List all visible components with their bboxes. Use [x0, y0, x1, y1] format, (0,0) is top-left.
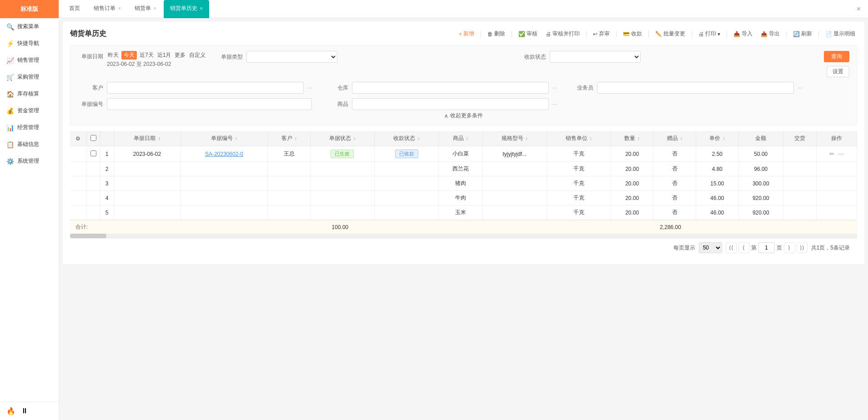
horizontal-scrollbar[interactable]	[70, 234, 857, 238]
page-size-select[interactable]: 50 100 200	[699, 242, 722, 253]
set-button[interactable]: 设置	[827, 66, 849, 77]
last-page-button[interactable]: ⟩⟩	[797, 242, 808, 253]
row-unit-price: 2.50	[696, 146, 739, 162]
row-checkbox-cell[interactable]	[86, 191, 100, 205]
row-doc-no[interactable]: SA-20230602-0	[181, 146, 268, 162]
row-checkbox-cell[interactable]	[86, 205, 100, 220]
prev-page-button[interactable]: ⟨	[738, 242, 749, 253]
shortcut-7days[interactable]: 近7天	[139, 51, 155, 60]
fire-icon[interactable]: 🔥	[6, 407, 15, 415]
row-goods: 猪肉	[439, 176, 483, 191]
row-actions	[816, 191, 857, 205]
audit-print-button[interactable]: 🖨 审核并打印	[544, 29, 582, 39]
sidebar-item-sales[interactable]: 📈 销售管理	[0, 52, 59, 69]
col-spec[interactable]: 规格型号 ↕	[482, 131, 547, 146]
col-customer[interactable]: 客户 ↕	[268, 131, 311, 146]
row-amount: 920.00	[738, 191, 783, 205]
shortcut-1month[interactable]: 近1月	[156, 51, 172, 60]
scrollbar-thumb[interactable]	[70, 234, 106, 238]
query-button[interactable]: 查询	[824, 51, 849, 62]
customer-input[interactable]	[107, 82, 304, 94]
edit-icon[interactable]: ✏	[829, 150, 834, 157]
sidebar-item-label: 经营管理	[17, 124, 39, 131]
date-label: 单据日期	[78, 51, 103, 60]
close-all-tabs[interactable]: ×	[853, 5, 864, 13]
collect-status-select[interactable]	[550, 51, 641, 63]
collect-button[interactable]: 💳 收款	[621, 29, 644, 39]
salesperson-picker[interactable]: ···	[798, 85, 802, 91]
refresh-button[interactable]: 🔄 刷新	[791, 29, 814, 39]
pause-icon[interactable]: ⏸	[21, 407, 28, 415]
import-button[interactable]: 📥 导入	[732, 29, 754, 39]
row-spec	[482, 205, 547, 220]
collect-label: 收款	[631, 30, 642, 38]
goods-input[interactable]	[352, 98, 549, 110]
shortcut-more[interactable]: 更多	[174, 51, 186, 60]
row-settings-icon	[70, 162, 86, 176]
tab-home[interactable]: 首页	[63, 0, 86, 18]
col-unit[interactable]: 销售单位 ↕	[547, 131, 611, 146]
col-goods[interactable]: 商品 ↕	[439, 131, 483, 146]
print-button[interactable]: 🖨 打印 ▾	[697, 29, 722, 39]
col-gift[interactable]: 赠品 ↕	[653, 131, 696, 146]
warehouse-picker[interactable]: ···	[552, 85, 557, 91]
more-icon[interactable]: ⋯	[838, 150, 844, 157]
select-all-checkbox[interactable]	[90, 135, 96, 141]
row-gift: 否	[653, 176, 696, 191]
sidebar-item-search[interactable]: 🔍 搜索菜单	[0, 18, 59, 35]
shortcut-custom[interactable]: 自定义	[188, 51, 206, 60]
sidebar-item-operations[interactable]: 📊 经营管理	[0, 119, 59, 136]
row-doc-status	[310, 162, 374, 176]
collect-icon: 💳	[623, 31, 630, 37]
doc-no-link[interactable]: SA-20230602-0	[205, 151, 243, 157]
page-number-input[interactable]	[758, 242, 775, 253]
doc-no-input[interactable]	[107, 98, 312, 110]
sidebar-item-basicinfo[interactable]: 📋 基础信息	[0, 136, 59, 153]
col-doc-no[interactable]: 单据编号 ↕	[181, 131, 268, 146]
audit-button[interactable]: ✅ 审核	[517, 29, 539, 39]
shortcut-today[interactable]: 今天	[121, 51, 137, 60]
new-button[interactable]: + 新增	[457, 29, 476, 39]
row-checkbox-cell[interactable]	[86, 162, 100, 176]
close-icon[interactable]: ×	[118, 6, 121, 11]
next-page-button[interactable]: ⟩	[784, 242, 795, 253]
row-checkbox-cell[interactable]	[86, 146, 100, 162]
customer-picker[interactable]: ···	[307, 85, 312, 91]
first-page-button[interactable]: ⟨⟨	[726, 242, 737, 253]
show-detail-button[interactable]: 📄 显示明细	[823, 29, 857, 39]
goods-picker[interactable]: ···	[552, 101, 557, 107]
col-row-num	[100, 131, 114, 146]
close-icon[interactable]: ×	[200, 6, 203, 11]
sidebar-item-purchase[interactable]: 🛒 采购管理	[0, 69, 59, 85]
close-icon[interactable]: ×	[154, 6, 156, 11]
col-date[interactable]: 单据日期 ↕	[114, 131, 181, 146]
doc-type-select[interactable]	[246, 51, 337, 63]
shortcut-yesterday[interactable]: 昨天	[107, 51, 120, 60]
batch-change-button[interactable]: ✏️ 批量变更	[653, 29, 687, 39]
tab-sales-delivery[interactable]: 销货单 ×	[128, 0, 163, 18]
col-qty[interactable]: 数量 ↕	[611, 131, 653, 146]
sidebar-item-inventory[interactable]: 🏠 库存核算	[0, 85, 59, 102]
col-unit-price[interactable]: 单价 ↕	[696, 131, 739, 146]
col-settings[interactable]: ⚙	[70, 131, 86, 146]
sidebar-item-system[interactable]: ⚙️ 系统管理	[0, 153, 59, 170]
sort-icon: ↕	[680, 136, 682, 141]
sidebar-item-quicknav[interactable]: ⚡ 快捷导航	[0, 35, 59, 52]
salesperson-input[interactable]	[597, 82, 794, 94]
sidebar-item-finance[interactable]: 💰 资金管理	[0, 102, 59, 119]
col-collect-status[interactable]: 收款状态 ↕	[375, 131, 439, 146]
col-actions: 操作	[816, 131, 857, 146]
row-unit: 千克	[547, 162, 611, 176]
row-date	[114, 162, 181, 176]
col-doc-status[interactable]: 单据状态 ↕	[310, 131, 374, 146]
tab-sales-history[interactable]: 销货单历史 ×	[164, 0, 209, 18]
row-settings-icon	[70, 146, 86, 162]
tab-sales-order[interactable]: 销售订单 ×	[87, 0, 127, 18]
abandon-button[interactable]: ↩ 弃审	[591, 29, 612, 39]
warehouse-input[interactable]	[352, 82, 549, 94]
row-checkbox-cell[interactable]	[86, 176, 100, 191]
export-button[interactable]: 📤 导出	[759, 29, 782, 39]
delete-button[interactable]: 🗑 删除	[486, 29, 507, 39]
row-checkbox[interactable]	[90, 150, 96, 156]
collapse-filter-button[interactable]: ∧ 收起更多条件	[78, 112, 849, 120]
